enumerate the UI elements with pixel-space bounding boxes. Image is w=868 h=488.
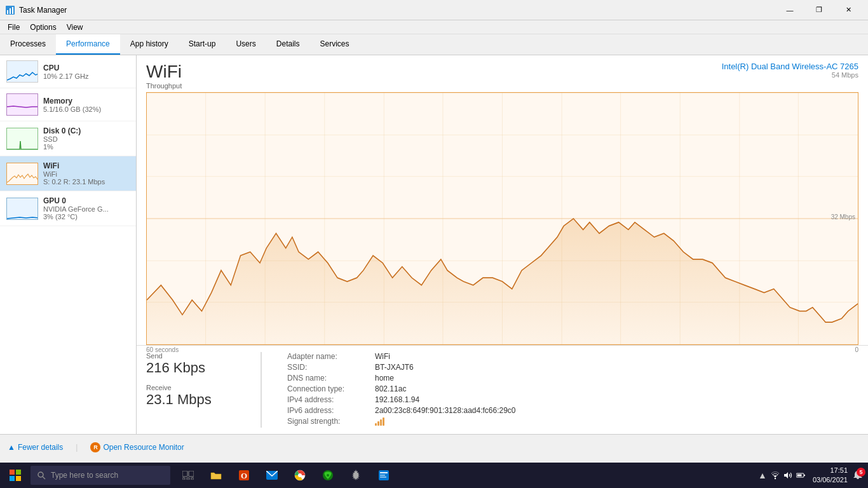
chart-wrapper: 32 Mbps: [146, 92, 858, 345]
svg-text:O: O: [241, 471, 247, 480]
svg-rect-29: [182, 471, 187, 477]
wifi-detail2: S: 0.2 R: 23.1 Mbps: [43, 178, 130, 186]
signal-bar-3: [380, 419, 382, 426]
chart-max-label: 54 Mbps: [722, 71, 858, 79]
gpu-detail1: NVIDIA GeForce G...: [43, 205, 130, 213]
gpu-thumbnail: [6, 198, 38, 220]
tab-services[interactable]: Services: [309, 34, 359, 55]
chart-brand: Intel(R) Dual Band Wireless-AC 7265: [722, 62, 858, 71]
tab-startup[interactable]: Start-up: [179, 34, 226, 55]
office-icon: O: [238, 470, 250, 481]
tray-wifi-icon[interactable]: [771, 471, 780, 480]
office-button[interactable]: O: [231, 463, 257, 488]
memory-detail: 5.1/16.0 GB (32%): [43, 105, 130, 113]
menu-bar: File Options View: [0, 20, 868, 34]
tray-battery-icon: [796, 471, 805, 480]
send-group: Send 216 Kbps: [146, 352, 235, 376]
taskview-button[interactable]: [175, 463, 201, 488]
connection-type-val: 802.11ac: [375, 384, 406, 393]
tab-processes[interactable]: Processes: [0, 34, 56, 55]
svg-point-38: [298, 473, 302, 477]
fewer-details-link[interactable]: ▲ Fewer details: [8, 443, 63, 452]
tray-network-icon[interactable]: ▲: [758, 470, 767, 480]
ipv4-key: IPv4 address:: [287, 395, 370, 404]
sidebar-item-gpu[interactable]: GPU 0 NVIDIA GeForce G... 3% (32 °C): [0, 191, 136, 226]
chart-brand-group: Intel(R) Dual Band Wireless-AC 7265 54 M…: [722, 62, 858, 79]
dns-key: DNS name:: [287, 374, 370, 383]
fewer-details-label: Fewer details: [18, 443, 63, 452]
tab-apphistory[interactable]: App history: [120, 34, 179, 55]
taskbar-search-bar[interactable]: Type here to search: [31, 466, 170, 485]
disk-name: Disk 0 (C:): [43, 126, 130, 135]
info-row-adapter: Adapter name: WiFi: [287, 352, 516, 361]
wifi-info: WiFi WiFi S: 0.2 R: 23.1 Mbps: [43, 161, 130, 186]
signal-key: Signal strength:: [287, 417, 370, 428]
xbox-icon: [322, 470, 334, 481]
mail-icon: [266, 471, 278, 480]
sidebar: CPU 10% 2.17 GHz Memory 5.1/16.0 GB (32%…: [0, 55, 137, 434]
news-button[interactable]: [371, 463, 397, 488]
chart-time-labels: 60 seconds 0: [146, 346, 858, 353]
disk-info: Disk 0 (C:) SSD 1%: [43, 126, 130, 151]
disk-detail1: SSD: [43, 135, 130, 143]
taskbar-tray: ▲ 17:51 03/06/2021: [753, 466, 868, 485]
tab-users[interactable]: Users: [226, 34, 266, 55]
title-bar-controls: — ❐ ✕: [775, 0, 863, 20]
svg-rect-1: [7, 10, 8, 14]
menu-options[interactable]: Options: [25, 22, 61, 33]
chart-header-row: WiFi Throughput Intel(R) Dual Band Wirel…: [146, 62, 858, 90]
file-explorer-button[interactable]: [203, 463, 229, 488]
xbox-button[interactable]: [315, 463, 341, 488]
search-placeholder: Type here to search: [51, 471, 118, 480]
svg-rect-25: [10, 476, 15, 481]
clock-time: 17:51: [813, 466, 848, 475]
adapter-name-val: WiFi: [375, 352, 390, 361]
chart-title-group: WiFi Throughput: [146, 62, 182, 90]
send-value: 216 Kbps: [146, 360, 235, 376]
settings-button[interactable]: [343, 463, 369, 488]
gpu-name: GPU 0: [43, 196, 130, 205]
mail-button[interactable]: [259, 463, 285, 488]
sidebar-item-cpu[interactable]: CPU 10% 2.17 GHz: [0, 55, 136, 88]
signal-bar-4: [383, 417, 384, 426]
chart-subtitle: Throughput: [146, 82, 182, 90]
news-icon: [378, 470, 390, 481]
taskview-icon: [182, 471, 194, 480]
wifi-thumbnail: [6, 163, 38, 185]
taskbar-app-icons: O: [175, 463, 397, 488]
settings-icon: [350, 470, 362, 481]
close-button[interactable]: ✕: [834, 0, 863, 20]
window-title: Task Manager: [19, 6, 67, 15]
chrome-button[interactable]: [287, 463, 313, 488]
svg-rect-32: [187, 478, 189, 480]
tray-clock[interactable]: 17:51 03/06/2021: [813, 466, 848, 485]
start-button[interactable]: [0, 463, 31, 488]
maximize-button[interactable]: ❐: [804, 0, 834, 20]
sidebar-item-disk[interactable]: Disk 0 (C:) SSD 1%: [0, 121, 136, 156]
svg-rect-49: [804, 475, 805, 476]
menu-view[interactable]: View: [62, 22, 88, 33]
clock-date: 03/06/2021: [813, 475, 848, 485]
ipv6-val: 2a00:23c8:649f:901:3128:aad4:fc66:29c0: [375, 406, 516, 415]
tray-volume-icon[interactable]: [783, 471, 792, 480]
svg-rect-3: [12, 7, 13, 14]
menu-file[interactable]: File: [3, 22, 25, 33]
notification-area[interactable]: 5: [853, 470, 863, 480]
svg-rect-45: [380, 477, 386, 478]
svg-marker-47: [784, 472, 788, 478]
sidebar-item-memory[interactable]: Memory 5.1/16.0 GB (32%): [0, 88, 136, 121]
svg-rect-26: [16, 476, 21, 481]
gpu-info: GPU 0 NVIDIA GeForce G... 3% (32 °C): [43, 196, 130, 220]
tray-icons: ▲: [758, 470, 805, 480]
chart-label-mid: 32 Mbps: [831, 214, 855, 220]
receive-label: Receive: [146, 384, 235, 391]
signal-val: [375, 417, 384, 428]
ipv6-key: IPv6 address:: [287, 406, 370, 415]
sidebar-item-wifi[interactable]: WiFi WiFi S: 0.2 R: 23.1 Mbps: [0, 156, 136, 191]
tab-details[interactable]: Details: [266, 34, 310, 55]
cpu-info: CPU 10% 2.17 GHz: [43, 64, 130, 80]
info-row-ipv6: IPv6 address: 2a00:23c8:649f:901:3128:aa…: [287, 406, 516, 415]
open-resource-monitor-link[interactable]: R Open Resource Monitor: [90, 442, 184, 452]
tab-performance[interactable]: Performance: [56, 34, 120, 55]
minimize-button[interactable]: —: [775, 0, 804, 20]
